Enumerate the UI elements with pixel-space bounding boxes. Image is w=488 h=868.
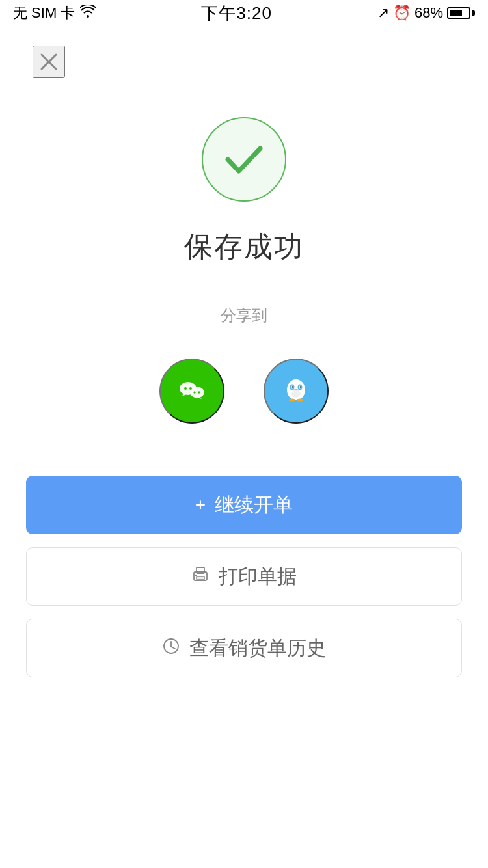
checkmark-icon	[224, 145, 264, 174]
battery-icon	[447, 7, 475, 19]
share-section: 分享到	[26, 305, 462, 326]
close-button[interactable]	[33, 46, 65, 78]
success-title: 保存成功	[184, 228, 304, 266]
svg-rect-21	[197, 576, 204, 580]
no-sim-text: 无 SIM 卡	[13, 3, 75, 23]
svg-point-6	[193, 391, 195, 393]
status-left: 无 SIM 卡	[13, 3, 96, 23]
svg-point-13	[292, 386, 293, 387]
wechat-icon	[174, 373, 210, 409]
qq-icon	[278, 373, 314, 409]
continue-label: 继续开单	[215, 492, 293, 519]
battery-pct: 68%	[414, 5, 443, 21]
plus-icon: +	[195, 495, 206, 515]
svg-line-25	[171, 647, 175, 649]
share-icons	[159, 359, 329, 424]
qq-share-button[interactable]	[264, 359, 329, 424]
print-label: 打印单据	[219, 563, 297, 590]
svg-point-3	[190, 387, 204, 398]
svg-point-14	[300, 386, 301, 387]
wifi-icon	[80, 5, 96, 21]
history-icon	[162, 637, 180, 660]
alarm-icon: ⏰	[393, 5, 411, 21]
status-right: ↗ ⏰ 68%	[377, 5, 475, 21]
close-icon	[38, 51, 59, 72]
svg-point-16	[289, 399, 295, 402]
history-label: 查看销货单历史	[189, 635, 326, 662]
status-bar: 无 SIM 卡 下午3:20 ↗ ⏰ 68%	[0, 0, 488, 26]
svg-point-17	[297, 399, 303, 402]
svg-point-18	[291, 390, 301, 398]
print-icon	[191, 565, 210, 588]
wechat-share-button[interactable]	[159, 359, 224, 424]
history-button[interactable]: 查看销货单历史	[26, 619, 462, 677]
main-content: 保存成功 分享到	[0, 26, 488, 868]
share-label: 分享到	[210, 305, 278, 326]
svg-point-7	[198, 391, 200, 393]
svg-point-22	[195, 574, 197, 575]
actions: + 继续开单 打印单据	[26, 476, 462, 677]
location-icon: ↗	[377, 5, 389, 21]
status-time: 下午3:20	[201, 2, 272, 25]
success-circle	[202, 117, 286, 202]
continue-button[interactable]: + 继续开单	[26, 476, 462, 534]
svg-point-5	[189, 387, 192, 390]
print-button[interactable]: 打印单据	[26, 547, 462, 606]
svg-point-4	[184, 387, 187, 390]
